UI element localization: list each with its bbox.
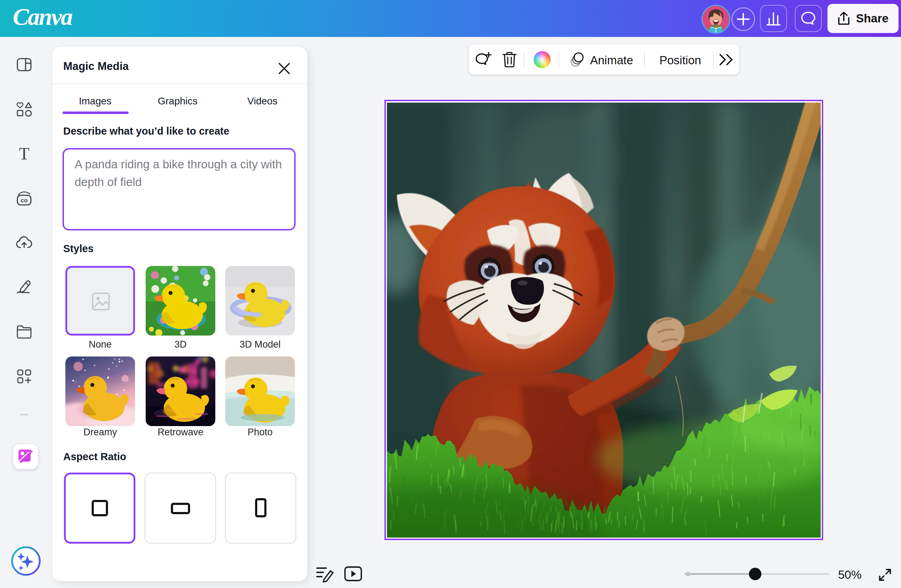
svg-text:T: T — [19, 145, 29, 162]
svg-text:co: co — [20, 197, 28, 204]
